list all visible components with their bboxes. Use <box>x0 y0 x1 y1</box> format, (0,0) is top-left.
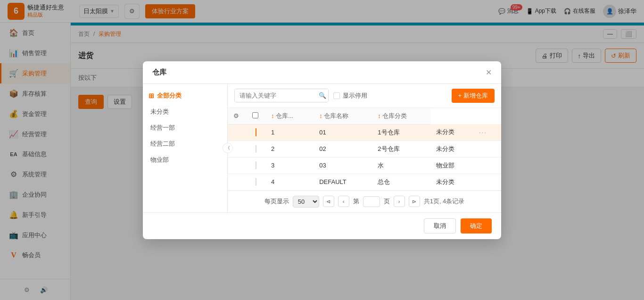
row-category: 未分类 <box>430 124 473 141</box>
col-category-header: ↕ 仓库分类 <box>372 108 430 125</box>
col-check <box>247 108 265 125</box>
right-panel: 🔍 显示停用 + 新增仓库 ⚙ <box>228 84 501 212</box>
row-code: 01 <box>314 124 372 141</box>
warehouse-dialog: 仓库 ✕ 《 ⊞ 全部分类 未分类 经营一部 经营二部 物业部 <box>143 61 501 239</box>
row-check <box>247 157 265 174</box>
all-categories-item[interactable]: ⊞ 全部分类 <box>143 88 227 104</box>
row-checkbox[interactable] <box>256 161 256 169</box>
pagination: 每页显示 50 100 200 ⊲ ‹ 第 1 页 › ⊳ 共1页, 4条记录 <box>228 191 501 212</box>
row-category: 未分类 <box>430 141 473 157</box>
col-gear: ⚙ <box>228 108 247 125</box>
dialog-footer: 取消 确定 <box>143 212 501 239</box>
left-panel: 《 ⊞ 全部分类 未分类 经营一部 经营二部 物业部 <box>143 84 228 212</box>
col-name-header: ↕ 仓库名称 <box>314 108 372 125</box>
row-actions <box>473 174 501 190</box>
search-input[interactable] <box>235 89 315 102</box>
sort-icon3: ↕ <box>378 112 381 119</box>
table-row[interactable]: 2 02 2号仓库 未分类 <box>228 141 501 157</box>
row-name: 总仓 <box>372 174 430 190</box>
dialog-close-button[interactable]: ✕ <box>486 68 492 77</box>
row-check <box>247 124 265 141</box>
row-gear <box>228 174 247 190</box>
category-item-dept2[interactable]: 经营二部 <box>143 136 227 152</box>
dialog-header: 仓库 ✕ <box>143 61 501 84</box>
page-number-input[interactable]: 1 <box>363 196 380 207</box>
table-row[interactable]: 3 03 水 物业部 <box>228 157 501 174</box>
row-check <box>247 141 265 157</box>
per-page-select[interactable]: 50 100 200 <box>293 196 319 208</box>
row-category: 物业部 <box>430 157 473 174</box>
category-item-property[interactable]: 物业部 <box>143 152 227 168</box>
dialog-title: 仓库 <box>152 68 166 77</box>
select-all-checkbox[interactable] <box>252 112 258 118</box>
category-item-dept1[interactable]: 经营一部 <box>143 120 227 136</box>
row-checkbox[interactable] <box>256 178 256 186</box>
table-row[interactable]: 4 DEFAULT 总仓 未分类 <box>228 174 501 190</box>
row-name: 1号仓库 <box>372 124 430 141</box>
row-category: 未分类 <box>430 174 473 190</box>
row-gear <box>228 124 247 141</box>
row-more-button[interactable]: ··· <box>479 129 487 136</box>
add-warehouse-button[interactable]: + 新增仓库 <box>452 89 495 103</box>
table-header: ⚙ ↕ 仓库... ↕ 仓库名称 <box>228 108 501 125</box>
row-num: 4 <box>265 174 314 190</box>
total-info: 共1页, 4条记录 <box>424 197 465 206</box>
page-last-button[interactable]: ⊳ <box>409 196 420 207</box>
disabled-checkbox-visual <box>333 92 340 99</box>
grid-icon: ⊞ <box>149 92 154 100</box>
row-actions <box>473 141 501 157</box>
table-row[interactable]: 1 01 1号仓库 未分类 ··· <box>228 124 501 141</box>
row-name: 水 <box>372 157 430 174</box>
warehouse-table: ⚙ ↕ 仓库... ↕ 仓库名称 <box>228 108 501 191</box>
row-num: 2 <box>265 141 314 157</box>
row-gear <box>228 157 247 174</box>
search-icon[interactable]: 🔍 <box>315 89 329 102</box>
page-prev-button[interactable]: ‹ <box>338 196 349 207</box>
row-name: 2号仓库 <box>372 141 430 157</box>
row-checkbox[interactable] <box>256 128 256 136</box>
row-code: 02 <box>314 141 372 157</box>
sort-icon2: ↕ <box>319 112 322 119</box>
dialog-overlay: 仓库 ✕ 《 ⊞ 全部分类 未分类 经营一部 经营二部 物业部 <box>0 0 644 300</box>
category-item-unclassified[interactable]: 未分类 <box>143 104 227 120</box>
dialog-body: 《 ⊞ 全部分类 未分类 经营一部 经营二部 物业部 🔍 <box>143 84 501 212</box>
col-code-header: ↕ 仓库... <box>265 108 314 125</box>
table-container: ⚙ ↕ 仓库... ↕ 仓库名称 <box>228 108 501 191</box>
row-num: 3 <box>265 157 314 174</box>
sort-icon: ↕ <box>271 112 274 119</box>
row-code: 03 <box>314 157 372 174</box>
page-first-button[interactable]: ⊲ <box>323 196 334 207</box>
show-disabled-label[interactable]: 显示停用 <box>333 92 367 100</box>
confirm-button[interactable]: 确定 <box>461 218 492 233</box>
search-bar: 🔍 显示停用 + 新增仓库 <box>228 84 501 108</box>
row-checkbox[interactable] <box>256 145 256 153</box>
page-next-button[interactable]: › <box>394 196 405 207</box>
row-check <box>247 174 265 190</box>
row-actions <box>473 157 501 174</box>
row-code: DEFAULT <box>314 174 372 190</box>
collapse-button[interactable]: 《 <box>223 143 233 153</box>
table-body: 1 01 1号仓库 未分类 ··· 2 02 2 <box>228 124 501 190</box>
row-num: 1 <box>265 124 314 141</box>
search-input-wrap: 🔍 <box>234 89 329 102</box>
cancel-button[interactable]: 取消 <box>424 218 456 233</box>
row-actions: ··· <box>473 124 501 141</box>
